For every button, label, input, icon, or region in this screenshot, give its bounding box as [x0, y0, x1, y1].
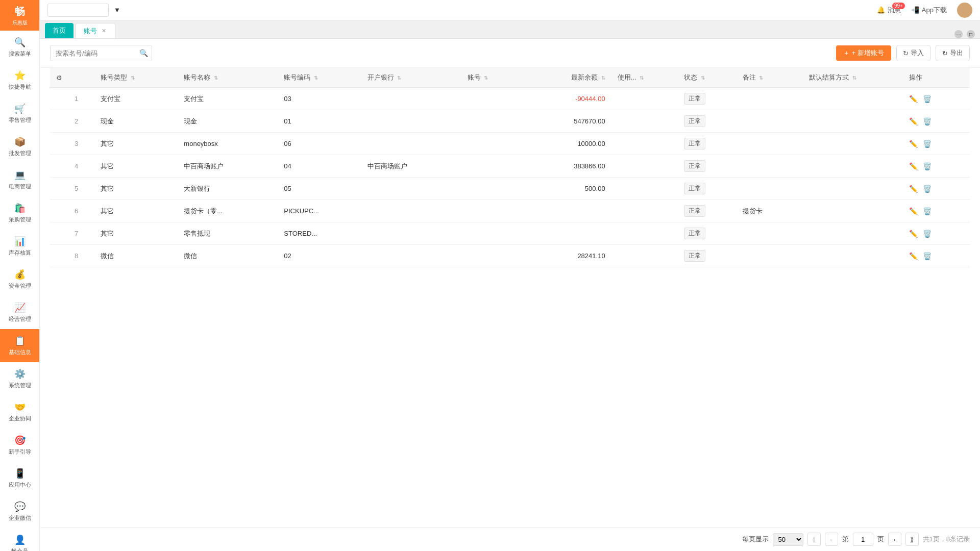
delete-icon[interactable]: 🗑️ [923, 207, 932, 215]
edit-icon[interactable]: ✏️ [909, 252, 918, 260]
row-use [611, 88, 678, 110]
edit-icon[interactable]: ✏️ [909, 185, 918, 193]
col-header-type[interactable]: 账号类型 ⇅ [94, 68, 178, 88]
first-page-button[interactable]: ⟪ [807, 533, 821, 546]
sort-default-icon: ⇅ [852, 75, 856, 81]
delete-icon[interactable]: 🗑️ [923, 252, 932, 260]
row-balance: 547670.00 [528, 110, 611, 133]
account-search-input[interactable] [50, 45, 152, 61]
sidebar-label-guide: 新手引导 [9, 448, 31, 456]
sidebar-item-agreement[interactable]: 🤝 企业协同 [0, 395, 39, 429]
row-bank [361, 178, 461, 200]
row-balance: 500.00 [528, 178, 611, 200]
col-header-status[interactable]: 状态 ⇅ [678, 68, 736, 88]
sidebar-item-guide[interactable]: 🎯 新手引导 [0, 429, 39, 462]
sidebar-item-retail[interactable]: 🛒 零售管理 [0, 97, 39, 130]
sidebar-item-wechat[interactable]: 💬 企业微信 [0, 495, 39, 528]
sidebar-item-system[interactable]: ⚙️ 系统管理 [0, 362, 39, 395]
status-badge: 正常 [684, 138, 705, 149]
delete-icon[interactable]: 🗑️ [923, 230, 932, 238]
sidebar-item-ecommerce[interactable]: 💻 电商管理 [0, 163, 39, 196]
row-type: 微信 [94, 245, 178, 267]
edit-icon[interactable]: ✏️ [909, 140, 918, 148]
system-icon: ⚙️ [14, 368, 26, 380]
row-account [461, 200, 528, 222]
sidebar-item-purchase[interactable]: 🛍️ 采购管理 [0, 196, 39, 230]
sidebar-item-quick[interactable]: ⭐ 快捷导航 [0, 64, 39, 97]
tab-home-label: 首页 [53, 26, 66, 35]
edit-icon[interactable]: ✏️ [909, 230, 918, 238]
user-avatar[interactable] [957, 3, 972, 18]
row-bank [361, 110, 461, 133]
header-dropdown[interactable]: ▼ [114, 6, 120, 14]
col-header-index [68, 68, 94, 88]
col-header-remark[interactable]: 备注 ⇅ [737, 68, 803, 88]
delete-icon[interactable]: 🗑️ [923, 185, 932, 193]
col-header-code[interactable]: 账号编码 ⇅ [278, 68, 361, 88]
col-header-settings[interactable]: ⚙ [50, 68, 68, 88]
sidebar-item-operation[interactable]: 📈 经营管理 [0, 296, 39, 329]
row-name: 零售抵现 [178, 222, 278, 245]
tab-close-icon[interactable]: ✕ [100, 28, 107, 35]
delete-icon[interactable]: 🗑️ [923, 117, 932, 126]
edit-icon[interactable]: ✏️ [909, 162, 918, 170]
row-status: 正常 [678, 88, 736, 110]
row-remark: 提货卡 [737, 200, 803, 222]
row-account [461, 222, 528, 245]
row-settings [50, 245, 68, 267]
message-button[interactable]: 🔔 消息 99+ [877, 6, 901, 15]
sidebar-item-search[interactable]: 🔍 搜索菜单 [0, 31, 39, 64]
col-header-name[interactable]: 账号名称 ⇅ [178, 68, 278, 88]
sidebar-label-inventory: 库存核算 [9, 249, 31, 257]
delete-icon[interactable]: 🗑️ [923, 95, 932, 103]
col-header-use[interactable]: 使用... ⇅ [611, 68, 678, 88]
page-number-input[interactable] [853, 533, 873, 546]
sort-use-icon: ⇅ [640, 75, 644, 81]
sort-name-icon: ⇅ [214, 75, 218, 81]
tab-home[interactable]: 首页 [45, 23, 74, 38]
row-name: 微信 [178, 245, 278, 267]
sidebar-item-member[interactable]: 👤 畅会员 [0, 528, 39, 551]
col-header-account[interactable]: 账号 ⇅ [461, 68, 528, 88]
col-header-balance[interactable]: 最新余额 ⇅ [528, 68, 611, 88]
row-status: 正常 [678, 222, 736, 245]
sidebar-item-wholesale[interactable]: 📦 批发管理 [0, 130, 39, 163]
sidebar-item-finance[interactable]: 💰 资金管理 [0, 263, 39, 296]
add-account-button[interactable]: ＋ + 新增账号 [836, 45, 891, 61]
window-maximize-button[interactable]: □ [967, 30, 975, 38]
window-minimize-button[interactable]: — [954, 30, 963, 38]
prev-page-button[interactable]: ‹ [825, 533, 838, 546]
export-button[interactable]: ↻ 导出 [936, 45, 970, 61]
search-submit-button[interactable]: 🔍 [139, 49, 148, 57]
row-name: moneybosx [178, 133, 278, 155]
top-search-input[interactable] [47, 4, 109, 17]
row-index: 1 [68, 88, 94, 110]
edit-icon[interactable]: ✏️ [909, 207, 918, 215]
next-page-button[interactable]: › [888, 533, 901, 546]
tab-account[interactable]: 账号 ✕ [76, 23, 115, 38]
inventory-icon: 📊 [14, 236, 26, 247]
col-header-bank[interactable]: 开户银行 ⇅ [361, 68, 461, 88]
row-code: 01 [278, 110, 361, 133]
app-download-button[interactable]: 📲 App下载 [911, 6, 947, 15]
sidebar-label-operation: 经营管理 [9, 315, 31, 323]
sidebar-item-app-center[interactable]: 📱 应用中心 [0, 462, 39, 495]
account-table-container: ⚙ 账号类型 ⇅ 账号名称 ⇅ 账号编码 ⇅ [40, 68, 980, 527]
sidebar-item-basic[interactable]: 📋 基础信息 [0, 329, 39, 362]
status-badge: 正常 [684, 160, 705, 172]
row-remark [737, 88, 803, 110]
per-page-select[interactable]: 50 20 100 [773, 533, 803, 546]
row-name: 现金 [178, 110, 278, 133]
delete-icon[interactable]: 🗑️ [923, 140, 932, 148]
delete-icon[interactable]: 🗑️ [923, 162, 932, 170]
sidebar-item-inventory[interactable]: 📊 库存核算 [0, 230, 39, 263]
edit-icon[interactable]: ✏️ [909, 95, 918, 103]
row-name: 提货卡（零... [178, 200, 278, 222]
row-default [803, 245, 903, 267]
last-page-button[interactable]: ⟫ [905, 533, 919, 546]
import-button[interactable]: ↻ 导入 [896, 45, 930, 61]
operation-icon: 📈 [14, 302, 26, 313]
sort-account-icon: ⇅ [484, 75, 488, 81]
col-header-default[interactable]: 默认结算方式 ⇅ [803, 68, 903, 88]
edit-icon[interactable]: ✏️ [909, 117, 918, 126]
